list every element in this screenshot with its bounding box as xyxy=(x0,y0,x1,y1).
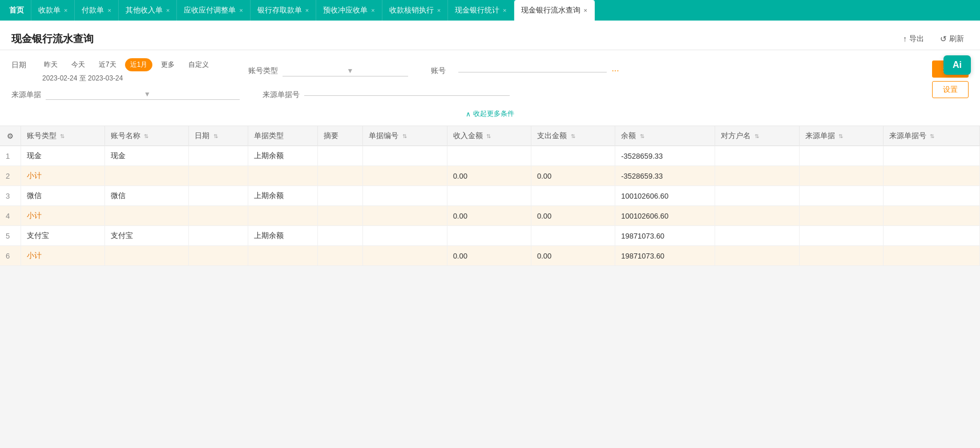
data-table-container: ⚙ 账号类型 ⇅ 账号名称 ⇅ 日期 ⇅ 单据类型 摘要 单据编号 ⇅ xyxy=(0,126,980,266)
table-cell: 上期余额 xyxy=(248,146,318,166)
nav-home[interactable]: 首页 xyxy=(2,0,31,21)
date-btn-1month[interactable]: 近1月 xyxy=(125,58,153,71)
row-number: 2 xyxy=(0,166,21,186)
export-icon: ↑ xyxy=(903,34,907,43)
page-header: 现金银行流水查询 ↑ 导出 ↺ 刷新 xyxy=(0,21,980,50)
close-icon[interactable]: × xyxy=(437,7,441,14)
col-balance: 余额 ⇅ xyxy=(615,126,715,146)
row-number: 1 xyxy=(0,146,21,166)
table-cell xyxy=(531,146,615,166)
table-cell: 小计 xyxy=(21,166,104,186)
table-cell xyxy=(248,206,318,226)
table-cell: -3528659.33 xyxy=(615,166,715,186)
close-icon[interactable]: × xyxy=(371,7,374,14)
nav-tab-fukuan[interactable]: 付款单 × xyxy=(75,0,118,21)
col-expense: 支出金额 ⇅ xyxy=(531,126,615,146)
table-cell xyxy=(799,166,883,186)
collapse-bar[interactable]: ∧ 收起更多条件 xyxy=(11,106,969,120)
table-cell: 现金 xyxy=(21,146,104,166)
table-cell xyxy=(363,206,447,226)
source-doc-select[interactable]: ▼ xyxy=(46,89,240,100)
table-row: 2小计0.000.00-3528659.33 xyxy=(0,166,980,186)
table-cell xyxy=(363,166,447,186)
close-icon[interactable]: × xyxy=(305,7,309,14)
date-btn-today[interactable]: 今天 xyxy=(66,58,90,71)
chevron-down-icon: ▼ xyxy=(346,67,406,75)
table-cell xyxy=(715,246,799,266)
nav-tab-xianjintongji[interactable]: 现金银行统计 × xyxy=(448,0,514,21)
close-icon[interactable]: × xyxy=(584,7,587,14)
table-cell xyxy=(248,246,318,266)
data-table: ⚙ 账号类型 ⇅ 账号名称 ⇅ 日期 ⇅ 单据类型 摘要 单据编号 ⇅ xyxy=(0,126,980,266)
row-number: 5 xyxy=(0,226,21,246)
col-date: 日期 ⇅ xyxy=(189,126,248,146)
date-btn-custom[interactable]: 自定义 xyxy=(183,58,214,71)
ai-button[interactable]: Ai xyxy=(943,55,971,75)
date-label: 日期 xyxy=(11,60,34,70)
close-icon[interactable]: × xyxy=(107,7,111,14)
table-cell: 100102606.60 xyxy=(615,206,715,226)
close-icon[interactable]: × xyxy=(503,7,506,14)
table-cell: 100102606.60 xyxy=(615,186,715,206)
date-btn-more[interactable]: 更多 xyxy=(156,58,180,71)
account-label: 账号 xyxy=(431,66,454,76)
sort-icon[interactable]: ⇅ xyxy=(571,133,575,139)
settings-button[interactable]: 设置 xyxy=(932,81,969,98)
close-icon[interactable]: × xyxy=(239,7,243,14)
source-doc-label: 来源单据 xyxy=(11,90,41,100)
table-cell xyxy=(447,226,531,246)
table-cell xyxy=(318,186,363,206)
nav-tab-qitashouru[interactable]: 其他收入单 × xyxy=(119,0,177,21)
nav-tab-shoukuanxiaoxiao[interactable]: 收款核销执行 × xyxy=(382,0,448,21)
table-cell xyxy=(799,226,883,246)
table-cell: 上期余额 xyxy=(248,226,318,246)
date-btn-7days[interactable]: 近7天 xyxy=(94,58,122,71)
col-settings[interactable]: ⚙ xyxy=(0,126,21,146)
sort-icon[interactable]: ⇅ xyxy=(640,133,644,139)
sort-icon[interactable]: ⇅ xyxy=(213,133,218,139)
table-cell xyxy=(883,226,979,246)
table-cell xyxy=(189,146,248,166)
sort-icon[interactable]: ⇅ xyxy=(486,133,491,139)
account-ellipsis-button[interactable]: ··· xyxy=(609,66,621,76)
source-doc-no-input[interactable] xyxy=(304,93,510,96)
sort-icon[interactable]: ⇅ xyxy=(144,133,148,139)
table-cell xyxy=(189,226,248,246)
table-cell: 0.00 xyxy=(531,246,615,266)
account-type-select[interactable]: ▼ xyxy=(283,66,408,76)
sort-icon[interactable]: ⇅ xyxy=(402,133,407,139)
sort-icon[interactable]: ⇅ xyxy=(930,133,934,139)
table-cell: 0.00 xyxy=(447,206,531,226)
table-cell xyxy=(715,206,799,226)
sort-icon[interactable]: ⇅ xyxy=(755,133,759,139)
export-button[interactable]: ↑ 导出 xyxy=(898,31,929,46)
close-icon[interactable]: × xyxy=(64,7,67,14)
close-icon[interactable]: × xyxy=(166,7,170,14)
nav-tab-yingshoutiaozheng[interactable]: 应收应付调整单 × xyxy=(177,0,250,21)
nav-tab-liushui[interactable]: 现金银行流水查询 × xyxy=(514,0,595,21)
table-cell xyxy=(189,186,248,206)
date-options: 昨天 今天 近7天 近1月 更多 自定义 xyxy=(39,58,214,71)
nav-tab-yushou[interactable]: 预收冲应收单 × xyxy=(316,0,382,21)
table-cell: 0.00 xyxy=(531,166,615,186)
table-cell: -3528659.33 xyxy=(615,146,715,166)
refresh-button[interactable]: ↺ 刷新 xyxy=(935,31,969,46)
account-input[interactable] xyxy=(458,70,607,72)
nav-tab-yinhangcunqu[interactable]: 银行存取款单 × xyxy=(251,0,316,21)
table-cell xyxy=(799,246,883,266)
table-cell xyxy=(318,166,363,186)
table-cell: 0.00 xyxy=(447,166,531,186)
nav-tab-shoukuan[interactable]: 收款单 × xyxy=(31,0,75,21)
sort-icon[interactable]: ⇅ xyxy=(60,133,64,139)
table-row: 1现金现金上期余额-3528659.33 xyxy=(0,146,980,166)
table-cell xyxy=(189,246,248,266)
filter-area: 日期 昨天 今天 近7天 近1月 更多 自定义 2023-02-24 至 202… xyxy=(0,50,980,126)
col-counterpart: 对方户名 ⇅ xyxy=(715,126,799,146)
row-number: 4 xyxy=(0,206,21,226)
table-cell: 上期余额 xyxy=(248,186,318,206)
sort-icon[interactable]: ⇅ xyxy=(838,133,843,139)
date-btn-yesterday[interactable]: 昨天 xyxy=(39,58,63,71)
table-cell xyxy=(104,246,188,266)
table-cell: 支付宝 xyxy=(21,226,104,246)
table-cell xyxy=(363,226,447,246)
